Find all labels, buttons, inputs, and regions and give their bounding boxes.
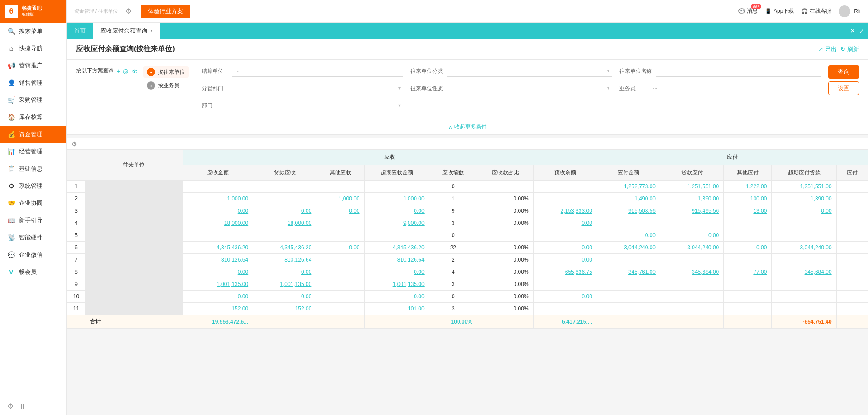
topbar-gear-icon[interactable]: ⚙ — [125, 7, 132, 15]
cell-link[interactable]: 0.00 — [316, 205, 364, 217]
maximize-icon[interactable]: ⤢ — [859, 27, 864, 34]
cell-link[interactable]: 0.00 — [364, 205, 429, 217]
cell-link[interactable]: 1,390.00 — [660, 193, 724, 205]
partner-nature-select[interactable]: ▾ — [447, 82, 612, 94]
cell-link[interactable]: 0.00 — [183, 291, 253, 303]
cell-link[interactable]: 1,000.00 — [183, 193, 253, 205]
cell-link[interactable]: 0.00 — [533, 254, 597, 266]
cell-link[interactable]: 1,252,773.00 — [597, 181, 660, 193]
cell-link[interactable]: 18,000.00 — [183, 217, 253, 229]
tab-query[interactable]: 应收应付余额查询 × — [93, 23, 160, 39]
cell-link[interactable]: 915,495.56 — [660, 205, 724, 217]
cell-link[interactable]: 3,044,240.00 — [772, 242, 836, 254]
sidebar-item-enterprise[interactable]: 🤝 企业协同 — [0, 195, 66, 212]
cell-link[interactable]: 1,222.00 — [724, 181, 772, 193]
cell-link[interactable]: 4,345,436.20 — [183, 242, 253, 254]
cell-link[interactable]: 0.00 — [364, 266, 429, 278]
sidebar-item-operation[interactable]: 📊 经营管理 — [0, 143, 66, 160]
cell-link[interactable]: 0.00 — [253, 266, 316, 278]
sidebar-item-quick[interactable]: ⌂ 快捷导航 — [0, 40, 66, 57]
settings-icon[interactable]: ⚙ — [7, 402, 14, 410]
cell-link[interactable]: 345,684.00 — [660, 266, 724, 278]
cell-link[interactable]: 810,126.64 — [364, 254, 429, 266]
cell-link[interactable]: 1,000.00 — [316, 193, 364, 205]
cell-link[interactable]: 101.00 — [364, 303, 429, 315]
sidebar-item-search[interactable]: 🔍 搜索菜单 — [0, 23, 66, 40]
cell-link[interactable]: 152.00 — [183, 303, 253, 315]
cell-link[interactable]: 1,390.00 — [772, 193, 836, 205]
total-rec-amount[interactable]: 19,553,472,6... — [183, 315, 253, 329]
cell-link[interactable]: 4,345,436.20 — [253, 242, 316, 254]
cell-link[interactable]: 0.00 — [183, 205, 253, 217]
cell-link[interactable]: 1,001,135.00 — [364, 278, 429, 291]
service-button[interactable]: 🎧 在线客服 — [801, 7, 831, 15]
cell-link[interactable]: 0.00 — [597, 229, 660, 242]
cell-link[interactable]: 0.00 — [253, 205, 316, 217]
cell-link[interactable]: 1,000.00 — [364, 193, 429, 205]
sidebar-item-purchase[interactable]: 🛒 采购管理 — [0, 91, 66, 109]
sidebar-item-hardware[interactable]: 📡 智能硬件 — [0, 229, 66, 246]
message-button[interactable]: 💬 消息 99+ — [738, 7, 758, 15]
export-button[interactable]: ↗ 导出 — [818, 45, 837, 53]
partner-category-select[interactable]: ▾ — [447, 65, 612, 77]
department-select[interactable]: ▾ — [232, 100, 403, 111]
cell-link[interactable]: 100.00 — [724, 193, 772, 205]
cell-link[interactable]: 0.00 — [316, 242, 364, 254]
salesperson-input[interactable]: ··· — [650, 82, 821, 94]
query-button[interactable]: 查询 — [828, 65, 859, 79]
set-button[interactable]: 设置 — [828, 81, 859, 95]
cell-link[interactable]: 152.00 — [253, 303, 316, 315]
sidebar-item-sales[interactable]: 👤 销售管理 — [0, 74, 66, 91]
cell-link[interactable]: 0.00 — [724, 242, 772, 254]
sidebar-item-inventory[interactable]: 🏠 库存核算 — [0, 109, 66, 126]
add-filter-icon[interactable]: + — [117, 67, 120, 75]
filter-collapse-icon[interactable]: ≪ — [131, 67, 138, 75]
cell-link[interactable]: 0.00 — [533, 217, 597, 229]
tab-home[interactable]: 首页 — [67, 23, 93, 39]
close-window-icon[interactable]: ✕ — [850, 27, 855, 34]
cell-link[interactable]: 1,251,551.00 — [660, 181, 724, 193]
filter-by-partner[interactable]: ● 按往来单位 — [143, 66, 189, 78]
cell-link[interactable]: 915,508.56 — [597, 205, 660, 217]
cell-link[interactable]: 345,684.00 — [772, 266, 836, 278]
cell-link[interactable]: 9,000.00 — [364, 217, 429, 229]
cell-link[interactable]: 4,345,436.20 — [364, 242, 429, 254]
filter-options-icon[interactable]: ◎ — [123, 67, 128, 75]
cell-link[interactable]: 1,490.00 — [597, 193, 660, 205]
partner-name-input[interactable] — [656, 65, 821, 77]
collapse-icon[interactable]: ⏸ — [19, 402, 26, 410]
cell-link[interactable]: 2,153,333.00 — [533, 205, 597, 217]
refresh-button[interactable]: ↻ 刷新 — [840, 45, 859, 53]
cell-link[interactable]: 1,251,551.00 — [772, 181, 836, 193]
cell-link[interactable]: 655,636.75 — [533, 266, 597, 278]
cell-link[interactable]: 0.00 — [533, 242, 597, 254]
app-download-button[interactable]: 📱 App下载 — [765, 7, 794, 15]
cell-link[interactable]: 1,001,135.00 — [253, 278, 316, 291]
cell-link[interactable]: 0.00 — [183, 266, 253, 278]
dept-select[interactable]: ▾ — [232, 82, 403, 94]
cell-link[interactable]: 0.00 — [364, 291, 429, 303]
sidebar-item-basic[interactable]: 📋 基础信息 — [0, 160, 66, 177]
promo-button[interactable]: 体验行业方案 — [141, 5, 190, 18]
sidebar-item-wechat[interactable]: 💬 企业微信 — [0, 246, 66, 263]
sidebar-item-system[interactable]: ⚙ 系统管理 — [0, 177, 66, 195]
total-pay-overdue[interactable]: -654,751.40 — [772, 315, 836, 329]
cell-link[interactable]: 345,761.00 — [597, 266, 660, 278]
cell-link[interactable]: 3,044,240.00 — [597, 242, 660, 254]
cell-link[interactable]: 0.00 — [253, 291, 316, 303]
total-rec-advance[interactable]: 6,417,215.... — [533, 315, 597, 329]
cell-link[interactable]: 13.00 — [724, 205, 772, 217]
cell-link[interactable]: 3,044,240.00 — [660, 242, 724, 254]
sidebar-item-member[interactable]: V 畅会员 — [0, 263, 66, 281]
collapse-filter-button[interactable]: ∧ 收起更多条件 — [76, 119, 859, 134]
cell-link[interactable]: 77.00 — [724, 266, 772, 278]
table-settings-icon[interactable]: ⚙ — [71, 140, 77, 148]
cell-link[interactable]: 810,126.64 — [183, 254, 253, 266]
user-menu[interactable]: Rit — [839, 5, 861, 17]
sidebar-item-marketing[interactable]: 📢 营销推广 — [0, 57, 66, 74]
cell-link[interactable]: 0.00 — [533, 291, 597, 303]
cell-link[interactable]: 810,126.64 — [253, 254, 316, 266]
sidebar-item-guide[interactable]: 📖 新手引导 — [0, 212, 66, 229]
cell-link[interactable]: 1,001,135.00 — [183, 278, 253, 291]
filter-by-salesperson[interactable]: ○ 按业务员 — [143, 80, 189, 91]
